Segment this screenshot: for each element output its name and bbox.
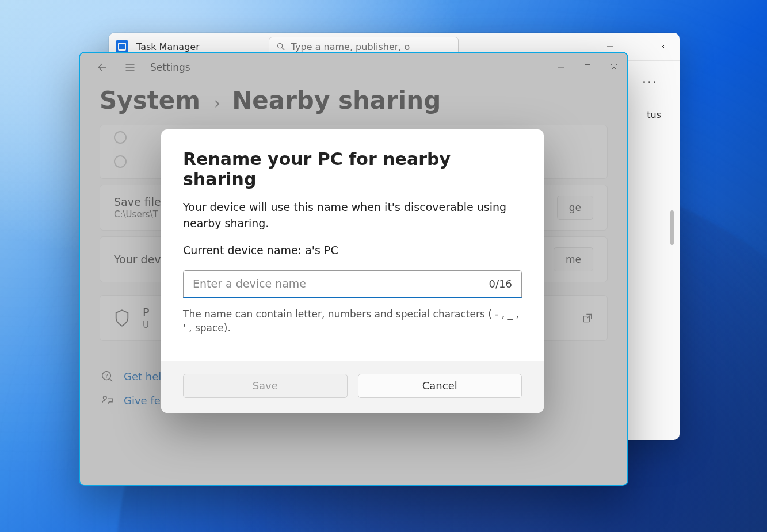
device-name-field-wrap[interactable]: 0/16 <box>183 270 522 298</box>
scrollbar-thumb[interactable] <box>670 210 674 245</box>
rename-pc-dialog: Rename your PC for nearby sharing Your d… <box>161 129 544 413</box>
task-manager-title: Task Manager <box>136 41 200 52</box>
cancel-button[interactable]: Cancel <box>358 374 522 398</box>
dialog-hint: The name can contain letter, numbers and… <box>183 307 522 335</box>
current-device-name: Current device name: a's PC <box>183 243 522 259</box>
more-menu-button[interactable]: ··· <box>634 71 666 93</box>
scrollbar-track[interactable] <box>671 130 677 434</box>
close-button[interactable] <box>650 35 676 58</box>
dialog-description: Your device will use this name when it's… <box>183 200 522 231</box>
character-count: 0/16 <box>489 278 512 290</box>
dialog-title: Rename your PC for nearby sharing <box>183 149 522 189</box>
task-manager-app-icon <box>116 40 128 53</box>
task-manager-search-placeholder: Type a name, publisher, o <box>291 41 410 52</box>
svg-rect-3 <box>634 44 639 49</box>
svg-line-1 <box>282 48 284 50</box>
svg-point-0 <box>277 44 282 48</box>
device-name-input[interactable] <box>193 277 483 290</box>
save-button[interactable]: Save <box>183 374 348 398</box>
search-icon <box>276 42 285 51</box>
